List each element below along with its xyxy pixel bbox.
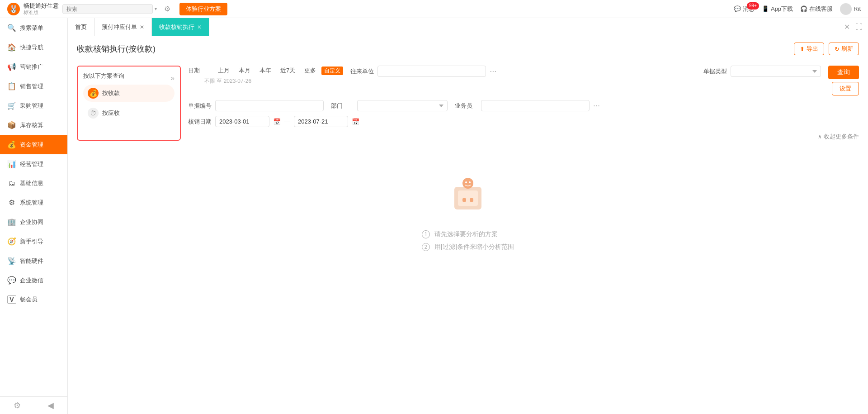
sidebar-item-corp[interactable]: 🏢 企业协同	[0, 212, 67, 232]
sales-icon: 📋	[7, 82, 16, 90]
service-button[interactable]: 🎧 在线客服	[800, 5, 833, 13]
sidebar-item-wechat[interactable]: 💬 企业微信	[0, 271, 67, 290]
date-custom-tag[interactable]: 自定义	[321, 67, 343, 75]
app-download-button[interactable]: 📱 App下载	[762, 5, 793, 13]
sidebar-item-member[interactable]: V 畅会员	[0, 290, 67, 309]
user-info[interactable]: Rit	[840, 3, 861, 15]
sidebar-item-inventory[interactable]: 📦 库存核算	[0, 115, 67, 135]
sidebar-label: 企业协同	[20, 218, 43, 226]
search-input[interactable]	[62, 4, 153, 14]
tab-close-all-icon[interactable]: ✕	[844, 23, 850, 31]
dept-label: 部门	[331, 102, 354, 110]
verify-date-start-input[interactable]	[215, 116, 269, 127]
tab-prepay-close-icon[interactable]: ✕	[140, 24, 144, 30]
tab-prepay[interactable]: 预付冲应付单 ✕	[94, 18, 152, 36]
tab-home[interactable]: 首页	[68, 18, 94, 36]
bottom-gear-icon[interactable]: ⚙	[14, 400, 21, 410]
filter-sidebar-collapse-icon[interactable]: »	[170, 74, 175, 82]
app-label: App下载	[771, 5, 793, 13]
top-bar-left: 🐰 畅捷通好生意 标准版 ▾ ⚙ 体验行业方案	[7, 2, 227, 15]
tab-receipt-verify[interactable]: 收款核销执行 ✕	[152, 18, 209, 36]
inventory-icon: 📦	[7, 121, 16, 129]
date-this-year-button[interactable]: 本年	[256, 66, 275, 76]
user-name: Rit	[854, 5, 861, 12]
svg-point-2	[462, 178, 473, 189]
empty-state: 1 请先选择要分析的方案 2 用[过滤]条件来缩小分析范围	[68, 146, 868, 271]
tab-expand-icon[interactable]: ⛶	[855, 23, 863, 31]
collapse-more-button[interactable]: ∧ 收起更多条件	[818, 133, 859, 141]
sidebar-item-sales[interactable]: 📋 销售管理	[0, 76, 67, 96]
receivable-option-label: 按应收	[102, 109, 120, 117]
verify-date-end-calendar-icon[interactable]: 📅	[352, 118, 359, 125]
export-label: 导出	[807, 45, 818, 53]
svg-point-3	[465, 181, 467, 183]
partner-label: 往来单位	[350, 67, 374, 76]
sidebar-label: 快捷导航	[20, 43, 43, 52]
date-quick-buttons: 上月 本月 本年 近7天 更多 自定义	[214, 66, 343, 76]
refresh-button[interactable]: ↻ 刷新	[829, 43, 859, 55]
tab-bar: 首页 预付冲应付单 ✕ 收款核销执行 ✕ ✕ ⛶	[68, 18, 868, 36]
filter-option-by-receipt[interactable]: 💰 按收款	[83, 85, 175, 102]
empty-illustration	[445, 173, 491, 219]
verify-date-end-input[interactable]	[294, 116, 348, 127]
app-icon: 📱	[762, 5, 769, 12]
date-7days-button[interactable]: 近7天	[277, 66, 299, 76]
bill-no-label: 单据编号	[188, 102, 212, 110]
partner-dots[interactable]: ···	[490, 67, 496, 76]
date-last-month-button[interactable]: 上月	[214, 66, 233, 76]
salesman-label: 业务员	[455, 102, 477, 110]
system-icon: ⚙	[7, 198, 16, 207]
bill-no-input[interactable]	[215, 100, 324, 111]
date-this-month-button[interactable]: 本月	[235, 66, 254, 76]
page-header: 收款核销执行(按收款) ⬆ 导出 ↻ 刷新	[68, 36, 868, 60]
sidebar-item-hardware[interactable]: 📡 智能硬件	[0, 251, 67, 271]
sidebar-label: 库存核算	[20, 121, 43, 129]
sidebar-label: 采购管理	[20, 102, 43, 110]
bill-type-select[interactable]	[731, 66, 821, 77]
sidebar-item-system[interactable]: ⚙ 系统管理	[0, 193, 67, 212]
filter-area: 按以下方案查询 » 💰 按收款 ⏱ 按应收	[68, 60, 868, 146]
sidebar-label: 搜索菜单	[20, 24, 43, 32]
tab-bar-right: ✕ ⛶	[839, 18, 868, 36]
settings-button[interactable]: 设置	[832, 82, 859, 95]
sidebar-item-purchase[interactable]: 🛒 采购管理	[0, 96, 67, 115]
brand-name: 畅捷通好生意	[24, 2, 59, 10]
sidebar-item-finance[interactable]: 💰 资金管理	[0, 135, 67, 154]
sidebar-item-quicknav[interactable]: 🏠 快捷导航	[0, 38, 67, 57]
page-title: 收款核销执行(按收款)	[77, 43, 156, 54]
partner-input[interactable]	[377, 66, 486, 77]
gear-icon[interactable]: ⚙	[164, 5, 170, 13]
filter-option-by-receivable[interactable]: ⏱ 按应收	[83, 105, 175, 122]
date-more-button[interactable]: 更多	[301, 66, 320, 76]
sidebar-label: 营销推广	[20, 63, 43, 71]
sidebar-item-basic[interactable]: 🗂 基础信息	[0, 174, 67, 193]
service-icon: 🎧	[800, 5, 807, 12]
tab-receipt-verify-close-icon[interactable]: ✕	[197, 24, 202, 30]
sidebar-item-search[interactable]: 🔍 搜索菜单	[0, 18, 67, 38]
receipt-option-label: 按收款	[102, 89, 120, 97]
filter-sidebar-title: 按以下方案查询	[83, 72, 124, 80]
avatar	[840, 3, 852, 15]
basic-icon: 🗂	[7, 179, 16, 187]
solution-button[interactable]: 体验行业方案	[179, 3, 227, 15]
search-icon: 🔍	[7, 24, 16, 32]
salesman-dots[interactable]: ···	[593, 101, 600, 110]
refresh-label: 刷新	[841, 45, 853, 53]
query-button[interactable]: 查询	[828, 66, 859, 79]
message-icon: 💬	[734, 5, 741, 12]
svg-point-4	[469, 181, 471, 183]
export-button[interactable]: ⬆ 导出	[794, 43, 824, 55]
message-button[interactable]: 💬 消息 99+	[734, 5, 755, 13]
sidebar-collapse-icon[interactable]: ◀	[47, 400, 54, 410]
sidebar-item-business[interactable]: 📊 经营管理	[0, 154, 67, 174]
date-separator: —	[284, 118, 290, 125]
sidebar-bottom: ⚙ ◀	[0, 396, 67, 414]
verify-date-start-calendar-icon[interactable]: 📅	[273, 118, 281, 125]
finance-icon: 💰	[7, 140, 16, 149]
dept-select[interactable]	[357, 100, 448, 111]
tab-home-label: 首页	[75, 23, 87, 31]
sidebar-item-marketing[interactable]: 📢 营销推广	[0, 57, 67, 76]
sidebar-item-guide[interactable]: 🧭 新手引导	[0, 232, 67, 251]
salesman-input[interactable]	[481, 100, 590, 111]
wechat-icon: 💬	[7, 276, 16, 285]
